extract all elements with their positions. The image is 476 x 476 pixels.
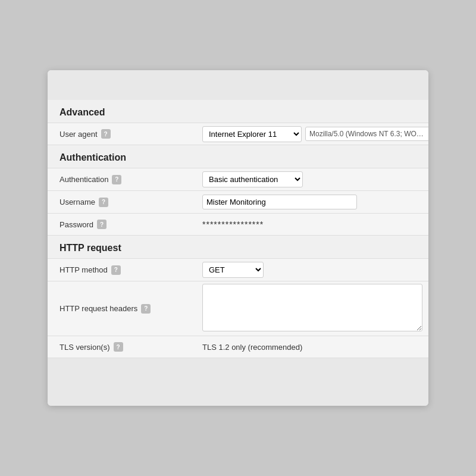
http-headers-value [196, 281, 428, 336]
tls-version-value: TLS 1.2 only (recommended) [196, 340, 428, 354]
username-value [196, 192, 428, 212]
authentication-label-text: Authentication [60, 175, 108, 184]
tls-version-text: TLS 1.2 only (recommended) [202, 343, 302, 352]
authentication-type-value: Basic authentication Digest NTLM None [196, 169, 428, 190]
panel-top-area [48, 70, 428, 100]
advanced-title: Advanced [48, 100, 428, 123]
password-row: Password ? **************** [48, 213, 428, 236]
password-dots: **************** [202, 220, 264, 229]
user-agent-select[interactable]: Internet Explorer 11 Chrome Firefox Safa… [202, 126, 302, 142]
main-panel: Advanced User agent ? Internet Explorer … [48, 70, 428, 406]
password-help-icon[interactable]: ? [97, 220, 107, 229]
tls-version-label: TLS version(s) ? [48, 337, 196, 356]
authentication-title: Authentication [48, 145, 428, 168]
http-request-title: HTTP request [48, 236, 428, 258]
http-request-section: HTTP request HTTP method ? GET POST PUT … [48, 236, 428, 358]
username-input[interactable] [202, 195, 357, 209]
password-label: Password ? [48, 215, 196, 234]
http-headers-help-icon[interactable]: ? [141, 304, 151, 314]
tls-version-label-text: TLS version(s) [60, 343, 110, 352]
username-label: Username ? [48, 193, 196, 212]
panel-bottom-area [48, 358, 428, 406]
http-method-label-text: HTTP method [60, 265, 108, 274]
tls-version-help-icon[interactable]: ? [114, 342, 123, 352]
http-headers-label: HTTP request headers ? [48, 299, 196, 318]
authentication-type-row: Authentication ? Basic authentication Di… [48, 168, 428, 190]
username-label-text: Username [60, 198, 95, 206]
user-agent-help-icon[interactable]: ? [101, 129, 111, 139]
http-method-select[interactable]: GET POST PUT DELETE PATCH HEAD [202, 262, 264, 278]
http-headers-row: HTTP request headers ? [48, 281, 428, 336]
http-method-value: GET POST PUT DELETE PATCH HEAD [196, 259, 428, 280]
password-label-text: Password [60, 220, 93, 229]
tls-version-row: TLS version(s) ? TLS 1.2 only (recommend… [48, 336, 428, 358]
user-agent-label: User agent ? [48, 124, 196, 143]
user-agent-row: User agent ? Internet Explorer 11 Chrome… [48, 123, 428, 145]
username-help-icon[interactable]: ? [99, 198, 108, 207]
username-row: Username ? [48, 190, 428, 213]
user-agent-value: Internet Explorer 11 Chrome Firefox Safa… [196, 124, 428, 145]
authentication-section: Authentication Authentication ? Basic au… [48, 145, 428, 236]
user-agent-string: Mozilla/5.0 (Windows NT 6.3; WOW64; [305, 127, 428, 141]
authentication-type-label: Authentication ? [48, 170, 196, 189]
authentication-type-select[interactable]: Basic authentication Digest NTLM None [202, 171, 303, 187]
authentication-help-icon[interactable]: ? [112, 175, 121, 184]
http-method-help-icon[interactable]: ? [111, 265, 121, 275]
advanced-section: Advanced User agent ? Internet Explorer … [48, 100, 428, 145]
password-value: **************** [196, 217, 428, 231]
http-headers-label-text: HTTP request headers [60, 304, 137, 313]
http-headers-textarea[interactable] [202, 284, 422, 331]
http-method-label: HTTP method ? [48, 261, 196, 280]
user-agent-label-text: User agent [60, 130, 98, 139]
http-method-row: HTTP method ? GET POST PUT DELETE PATCH … [48, 258, 428, 281]
